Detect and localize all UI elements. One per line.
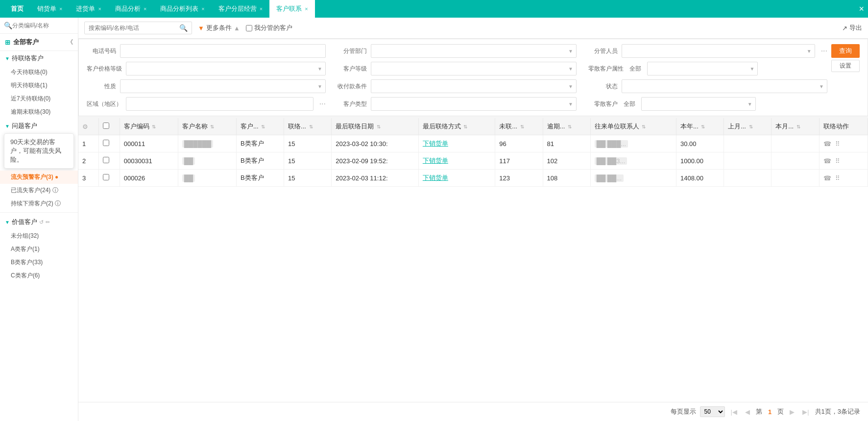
nav-sales[interactable]: 销货单 × xyxy=(30,0,69,18)
sidebar-item-overdue-pending[interactable]: 逾期未联络(30) xyxy=(0,105,78,119)
sidebar-pending-header[interactable]: ▼ 待联络客户 xyxy=(0,51,78,66)
nav-product-analysis-list[interactable]: 商品分析列表 × xyxy=(153,0,211,18)
sort-last-month-icon[interactable]: ⇅ xyxy=(749,124,753,129)
person-more-icon[interactable]: ··· xyxy=(821,47,827,55)
grid-icon: ⊞ xyxy=(5,39,10,46)
sort-name-icon[interactable]: ⇅ xyxy=(210,124,214,129)
sidebar-item-class-a[interactable]: A类客户(1) xyxy=(0,243,78,256)
window-close-btn[interactable]: × xyxy=(859,4,864,14)
ctype-select[interactable]: ▼ xyxy=(371,97,577,111)
row-checkbox-2[interactable] xyxy=(103,174,109,180)
status-select[interactable]: ▼ xyxy=(622,79,827,93)
sidebar-item-churn-warning[interactable]: 流失预警客户(3) ● xyxy=(0,171,78,184)
nature-select[interactable]: ▼ xyxy=(120,79,326,93)
col-checkbox[interactable] xyxy=(98,118,120,135)
close-product-analysis-list-icon[interactable]: × xyxy=(201,6,204,12)
select-all-checkbox[interactable] xyxy=(103,123,109,129)
search-submit-icon[interactable]: 🔍 xyxy=(179,24,188,32)
settings-icon[interactable]: ⚙ xyxy=(82,123,88,130)
sort-last-date-icon[interactable]: ⇅ xyxy=(377,124,381,129)
sidebar-search-input[interactable] xyxy=(12,22,78,29)
action-more-icon-2[interactable]: ⠿ xyxy=(835,174,840,182)
sidebar-item-today-pending[interactable]: 今天待联络(0) xyxy=(0,66,78,79)
col-name: 客户名称 ⇅ xyxy=(178,118,236,135)
person-label: 分管人员 xyxy=(588,47,618,55)
sort-code-icon[interactable]: ⇅ xyxy=(152,124,156,129)
link-1[interactable]: 下销货单 xyxy=(423,157,448,164)
value-edit-icon[interactable]: ✏ xyxy=(46,219,50,225)
row-checkbox-0[interactable] xyxy=(103,140,109,146)
cell-checkbox[interactable] xyxy=(98,135,120,152)
query-button[interactable]: 查询 xyxy=(831,44,860,58)
my-customers-checkbox-wrap[interactable]: 我分管的客户 xyxy=(246,24,292,32)
close-sales-icon[interactable]: × xyxy=(59,6,62,12)
sidebar-value-header[interactable]: ▼ 价值客户 ↺ ✏ xyxy=(0,215,78,229)
person-select[interactable]: ▼ xyxy=(622,44,815,58)
link-2[interactable]: 下销货单 xyxy=(423,174,448,181)
collapse-icon[interactable]: 《 xyxy=(67,38,73,47)
action-phone-icon-0[interactable]: ☎ xyxy=(823,140,831,148)
page-label: 第 xyxy=(756,407,762,416)
row-checkbox-1[interactable] xyxy=(103,157,109,163)
sort-this-year-icon[interactable]: ⇅ xyxy=(701,124,705,129)
sort-last-method-icon[interactable]: ⇅ xyxy=(463,124,467,129)
retail-select[interactable]: ▼ xyxy=(641,97,756,111)
close-customer-contact-icon[interactable]: × xyxy=(305,6,308,12)
price-grade-select[interactable]: ▼ xyxy=(126,62,326,75)
sidebar-item-ungrouped[interactable]: 未分组(32) xyxy=(0,229,78,243)
payment-select[interactable]: ▼ xyxy=(371,79,577,93)
grade-select[interactable]: ▼ xyxy=(371,62,577,75)
link-0[interactable]: 下销货单 xyxy=(423,140,448,147)
close-purchase-icon[interactable]: × xyxy=(98,6,101,12)
per-page-select[interactable]: 50 100 200 xyxy=(700,406,725,417)
sort-overdue-icon[interactable]: ⇅ xyxy=(568,124,572,129)
atrisk-section-label: 问题客户 xyxy=(12,122,37,130)
sort-this-month-icon[interactable]: ⇅ xyxy=(796,124,800,129)
sort-person-icon[interactable]: ⇅ xyxy=(642,124,646,129)
region-select[interactable] xyxy=(126,97,313,111)
nav-customer-contact[interactable]: 客户联系 × xyxy=(269,0,314,18)
cell-code: 000026 xyxy=(120,170,178,187)
phone-input[interactable] xyxy=(120,44,326,58)
nav-home[interactable]: 首页 xyxy=(4,0,30,18)
action-phone-icon-1[interactable]: ☎ xyxy=(823,157,831,165)
sort-contact-count-icon[interactable]: ⇅ xyxy=(309,124,313,129)
sort-uncontacted-icon[interactable]: ⇅ xyxy=(520,124,524,129)
settings-button[interactable]: 设置 xyxy=(831,60,860,72)
close-product-analysis-icon[interactable]: × xyxy=(144,6,146,12)
nav-customer-tier[interactable]: 客户分层经营 × xyxy=(212,0,269,18)
dept-chevron: ▼ xyxy=(568,49,573,54)
cell-checkbox[interactable] xyxy=(98,170,120,187)
nav-purchase[interactable]: 进货单 × xyxy=(69,0,108,18)
close-customer-tier-icon[interactable]: × xyxy=(260,6,263,12)
sidebar-item-week-pending[interactable]: 近7天待联络(0) xyxy=(0,92,78,105)
sidebar-item-declining[interactable]: 持续下滑客户(2) ⓘ xyxy=(0,197,78,210)
region-more-icon[interactable]: ··· xyxy=(319,99,326,108)
export-btn[interactable]: ↗ 导出 xyxy=(842,24,862,32)
sidebar-item-churned[interactable]: 已流失客户(24) ⓘ xyxy=(0,184,78,197)
my-customers-checkbox[interactable] xyxy=(246,25,252,31)
nav-product-analysis[interactable]: 商品分析 × xyxy=(108,0,153,18)
action-more-icon-1[interactable]: ⠿ xyxy=(835,157,840,165)
cell-this-year: 1408.00 xyxy=(676,170,723,187)
cell-checkbox[interactable] xyxy=(98,152,120,170)
value-refresh-icon[interactable]: ↺ xyxy=(39,219,44,225)
last-page-btn[interactable]: ▶| xyxy=(800,407,811,417)
main-layout: 🔍 ⊞ 全部客户 《 ▼ 待联络客户 今天待联络(0) 明天待联络(1) 近7天… xyxy=(0,18,868,421)
sidebar-all-customers[interactable]: ⊞ 全部客户 《 xyxy=(0,34,78,51)
dept-select[interactable]: ▼ xyxy=(371,44,577,58)
retail-attr-select[interactable]: ▼ xyxy=(647,62,758,75)
cell-overdue: 102 xyxy=(543,152,590,170)
more-filter-btn[interactable]: ▼ 更多条件 ▲ xyxy=(198,24,240,32)
search-input[interactable] xyxy=(89,25,179,31)
prev-page-btn[interactable]: ◀ xyxy=(743,407,752,417)
next-page-btn[interactable]: ▶ xyxy=(788,407,796,417)
sidebar-item-tomorrow-pending[interactable]: 明天待联络(1) xyxy=(0,79,78,92)
sort-type-icon[interactable]: ⇅ xyxy=(261,124,265,129)
sidebar-item-class-b[interactable]: B类客户(33) xyxy=(0,256,78,269)
action-more-icon-0[interactable]: ⠿ xyxy=(835,140,840,148)
sidebar-atrisk-header[interactable]: ▼ 问题客户 xyxy=(0,119,78,133)
action-phone-icon-2[interactable]: ☎ xyxy=(823,174,831,182)
sidebar-item-class-c[interactable]: C类客户(6) xyxy=(0,269,78,282)
first-page-btn[interactable]: |◀ xyxy=(729,407,739,417)
